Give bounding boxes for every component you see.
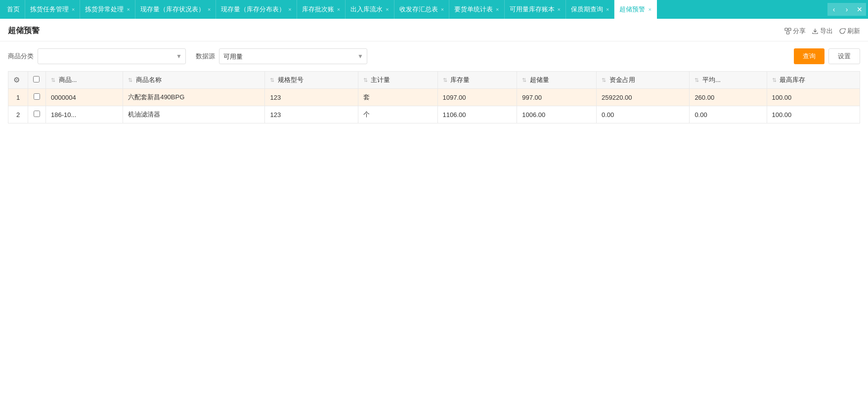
header-actions: 分享 导出 刷新 bbox=[784, 27, 860, 36]
category-filter: 商品分类 ▼ bbox=[8, 48, 186, 64]
cell-avg: 260.00 bbox=[690, 89, 767, 106]
datasource-label: 数据源 bbox=[196, 52, 215, 61]
cell-name: 六配套新昌490BPG bbox=[123, 89, 265, 106]
th-stock: ⇅ 库存量 bbox=[437, 72, 517, 89]
nav-tab-inventory-dist[interactable]: 现存量（库存分布表） × bbox=[216, 0, 297, 19]
nav-prev-button[interactable]: ‹ bbox=[827, 3, 840, 16]
page-header: 超储预警 分享 导出 刷新 bbox=[0, 19, 868, 41]
table-header: ⚙ ⇅ 商品... ⇅ 商品名称 ⇅ 规格型号 bbox=[8, 72, 860, 89]
th-gear: ⚙ bbox=[8, 72, 28, 89]
nav-next-button[interactable]: › bbox=[840, 3, 853, 16]
close-icon[interactable]: × bbox=[606, 6, 609, 12]
refresh-button[interactable]: 刷新 bbox=[839, 27, 860, 36]
datasource-select[interactable]: 可用量 库存量 bbox=[219, 48, 367, 64]
row-number: 1 bbox=[8, 89, 28, 106]
nav-arrows: ‹ › ✕ bbox=[827, 3, 866, 16]
cell-spec: 123 bbox=[265, 106, 358, 123]
sort-icon: ⇅ bbox=[602, 77, 606, 83]
query-button[interactable]: 查询 bbox=[794, 48, 825, 64]
settings-button[interactable]: 设置 bbox=[828, 48, 860, 64]
svg-rect-2 bbox=[787, 32, 789, 34]
sort-icon: ⇅ bbox=[270, 77, 274, 83]
sort-icon: ⇅ bbox=[522, 77, 526, 83]
close-icon[interactable]: × bbox=[386, 6, 389, 12]
th-avg: ⇅ 平均... bbox=[690, 72, 767, 89]
column-settings-button[interactable]: ⚙ bbox=[13, 76, 20, 84]
nav-tab-inventory-status[interactable]: 现存量（库存状况表） × bbox=[135, 0, 216, 19]
row-number: 2 bbox=[8, 106, 28, 123]
export-icon bbox=[812, 28, 819, 35]
th-capital: ⇅ 资金占用 bbox=[597, 72, 690, 89]
cell-stock: 1097.00 bbox=[437, 89, 517, 106]
cell-spec: 123 bbox=[265, 89, 358, 106]
table-row: 2 186-10... 机油滤清器 123 个 1106.00 1006.00 … bbox=[8, 106, 860, 123]
sort-icon: ⇅ bbox=[128, 77, 132, 83]
row-checkbox[interactable] bbox=[34, 93, 40, 100]
th-code: ⇅ 商品... bbox=[46, 72, 123, 89]
th-unit: ⇅ 主计量 bbox=[358, 72, 437, 89]
close-icon[interactable]: × bbox=[496, 6, 499, 12]
table-row: 1 0000004 六配套新昌490BPG 123 套 1097.00 997.… bbox=[8, 89, 860, 106]
share-icon bbox=[784, 28, 791, 35]
nav-tab-picking-task[interactable]: 拣货任务管理 × bbox=[25, 0, 80, 19]
nav-tab-batch[interactable]: 库存批次账 × bbox=[297, 0, 346, 19]
row-checkbox[interactable] bbox=[34, 111, 40, 117]
close-icon[interactable]: × bbox=[558, 6, 561, 12]
cell-avg: 0.00 bbox=[690, 106, 767, 123]
datasource-select-wrapper: 可用量 库存量 ▼ bbox=[219, 48, 367, 64]
sort-icon: ⇅ bbox=[694, 77, 699, 83]
cell-name: 机油滤清器 bbox=[123, 106, 265, 123]
close-icon[interactable]: × bbox=[648, 6, 651, 12]
sort-icon: ⇅ bbox=[51, 77, 55, 83]
cell-unit: 个 bbox=[358, 106, 437, 123]
cell-maxstock: 100.00 bbox=[767, 89, 860, 106]
cell-code: 186-10... bbox=[46, 106, 123, 123]
close-icon[interactable]: × bbox=[288, 6, 291, 12]
svg-rect-1 bbox=[788, 28, 791, 31]
share-button[interactable]: 分享 bbox=[784, 27, 806, 36]
cell-maxstock: 100.00 bbox=[767, 106, 860, 123]
th-name: ⇅ 商品名称 bbox=[123, 72, 265, 89]
cell-code: 0000004 bbox=[46, 89, 123, 106]
nav-tab-home[interactable]: 首页 bbox=[2, 0, 25, 19]
close-icon[interactable]: × bbox=[72, 6, 75, 12]
category-select[interactable] bbox=[38, 48, 186, 64]
table-body: 1 0000004 六配套新昌490BPG 123 套 1097.00 997.… bbox=[8, 89, 860, 123]
nav-tab-summary[interactable]: 收发存汇总表 × bbox=[394, 0, 449, 19]
filter-area: 商品分类 ▼ 数据源 可用量 库存量 ▼ 查询 设置 bbox=[0, 41, 868, 71]
th-overstock: ⇅ 超储量 bbox=[517, 72, 597, 89]
data-table: ⚙ ⇅ 商品... ⇅ 商品名称 ⇅ 规格型号 bbox=[8, 71, 860, 123]
cell-unit: 套 bbox=[358, 89, 437, 106]
category-label: 商品分类 bbox=[8, 52, 34, 61]
th-checkbox bbox=[28, 72, 46, 89]
nav-tab-overstock[interactable]: 超储预警 × bbox=[614, 0, 656, 19]
table-wrapper: ⚙ ⇅ 商品... ⇅ 商品名称 ⇅ 规格型号 bbox=[0, 71, 868, 123]
close-icon[interactable]: × bbox=[441, 6, 444, 12]
select-all-checkbox[interactable] bbox=[33, 76, 40, 82]
nav-close-button[interactable]: ✕ bbox=[853, 3, 866, 16]
refresh-icon bbox=[839, 28, 846, 35]
row-checkbox-cell bbox=[28, 106, 46, 123]
row-checkbox-cell bbox=[28, 89, 46, 106]
cell-overstock: 1006.00 bbox=[517, 106, 597, 123]
nav-tab-flow[interactable]: 出入库流水 × bbox=[346, 0, 394, 19]
category-select-wrapper: ▼ bbox=[38, 48, 186, 64]
sort-icon: ⇅ bbox=[363, 77, 368, 83]
cell-capital: 0.00 bbox=[597, 106, 690, 123]
close-icon[interactable]: × bbox=[208, 6, 211, 12]
cell-capital: 259220.00 bbox=[597, 89, 690, 106]
svg-rect-0 bbox=[785, 28, 787, 31]
th-maxstock: ⇅ 最高库存 bbox=[767, 72, 860, 89]
filter-actions: 查询 设置 bbox=[794, 48, 860, 64]
close-icon[interactable]: × bbox=[337, 6, 340, 12]
nav-tab-quality[interactable]: 保质期查询 × bbox=[566, 0, 614, 19]
nav-tab-requisition[interactable]: 要货单统计表 × bbox=[449, 0, 504, 19]
nav-tab-available[interactable]: 可用量库存账本 × bbox=[505, 0, 566, 19]
export-button[interactable]: 导出 bbox=[812, 27, 833, 36]
page-content: 超储预警 分享 导出 刷新 bbox=[0, 19, 868, 395]
close-icon[interactable]: × bbox=[127, 6, 130, 12]
cell-stock: 1106.00 bbox=[437, 106, 517, 123]
top-navigation: 首页 拣货任务管理 × 拣货异常处理 × 现存量（库存状况表） × 现存量（库存… bbox=[0, 0, 868, 19]
nav-tab-picking-exception[interactable]: 拣货异常处理 × bbox=[80, 0, 135, 19]
datasource-filter: 数据源 可用量 库存量 ▼ bbox=[196, 48, 367, 64]
